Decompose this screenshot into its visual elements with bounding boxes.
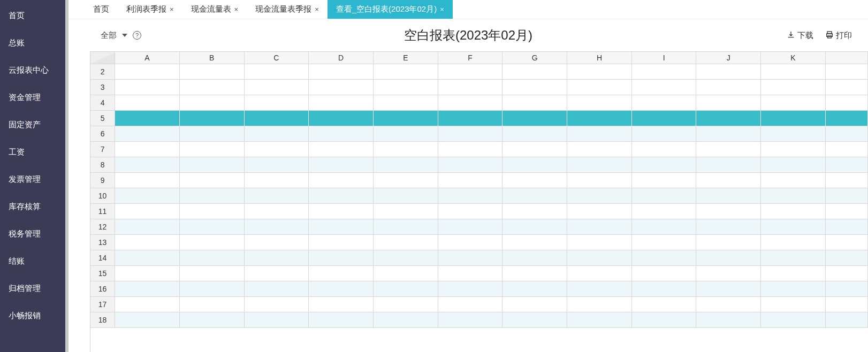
cell[interactable]	[825, 219, 867, 234]
cell[interactable]	[696, 126, 761, 141]
cell[interactable]	[761, 141, 826, 157]
cell[interactable]	[567, 296, 632, 312]
row-header-6[interactable]: 6	[90, 126, 115, 141]
cell[interactable]	[631, 79, 696, 95]
cell[interactable]	[761, 312, 826, 327]
sidebar-item-0[interactable]: 首页	[0, 2, 68, 29]
cell[interactable]	[373, 250, 438, 265]
row-header-10[interactable]: 10	[90, 188, 115, 203]
cell[interactable]	[244, 79, 309, 95]
cell[interactable]	[631, 64, 696, 79]
cell[interactable]	[438, 281, 502, 296]
cell[interactable]	[179, 265, 244, 281]
cell[interactable]	[825, 110, 867, 126]
cell[interactable]	[373, 110, 438, 126]
column-header-D[interactable]: D	[309, 52, 374, 64]
cell[interactable]	[761, 64, 826, 79]
cell[interactable]	[244, 95, 309, 110]
cell[interactable]	[179, 110, 244, 126]
cell[interactable]	[373, 64, 438, 79]
sidebar-item-9[interactable]: 结账	[0, 248, 68, 275]
cell[interactable]	[825, 79, 867, 95]
row-header-7[interactable]: 7	[90, 141, 115, 157]
tab-0[interactable]: 首页	[85, 0, 118, 19]
filter-label[interactable]: 全部	[101, 30, 117, 41]
cell[interactable]	[825, 203, 867, 219]
row-header-18[interactable]: 18	[90, 312, 115, 327]
cell[interactable]	[631, 312, 696, 327]
sidebar-item-3[interactable]: 资金管理	[0, 84, 68, 111]
cell[interactable]	[244, 281, 309, 296]
cell[interactable]	[179, 157, 244, 172]
cell[interactable]	[761, 250, 826, 265]
cell[interactable]	[309, 172, 374, 188]
cell[interactable]	[502, 141, 567, 157]
row-header-13[interactable]: 13	[90, 234, 115, 250]
row-header-9[interactable]: 9	[90, 172, 115, 188]
cell[interactable]	[115, 234, 180, 250]
cell[interactable]	[696, 64, 761, 79]
cell[interactable]	[502, 203, 567, 219]
cell[interactable]	[825, 141, 867, 157]
column-header-extra[interactable]	[825, 52, 867, 64]
cell[interactable]	[696, 281, 761, 296]
cell[interactable]	[761, 126, 826, 141]
cell[interactable]	[825, 250, 867, 265]
cell[interactable]	[825, 265, 867, 281]
cell[interactable]	[825, 64, 867, 79]
cell[interactable]	[438, 79, 502, 95]
cell[interactable]	[696, 234, 761, 250]
cell[interactable]	[567, 172, 632, 188]
cell[interactable]	[567, 281, 632, 296]
cell[interactable]	[115, 188, 180, 203]
cell[interactable]	[696, 265, 761, 281]
cell[interactable]	[179, 126, 244, 141]
cell[interactable]	[115, 141, 180, 157]
cell[interactable]	[567, 234, 632, 250]
cell[interactable]	[567, 203, 632, 219]
cell[interactable]	[244, 250, 309, 265]
cell[interactable]	[179, 64, 244, 79]
sidebar-item-11[interactable]: 小畅报销	[0, 302, 68, 330]
help-icon[interactable]: ?	[133, 31, 141, 40]
column-header-I[interactable]: I	[631, 52, 696, 64]
cell[interactable]	[502, 172, 567, 188]
cell[interactable]	[309, 126, 374, 141]
cell[interactable]	[309, 281, 374, 296]
sidebar-item-4[interactable]: 固定资产	[0, 111, 68, 139]
cell[interactable]	[373, 203, 438, 219]
cell[interactable]	[502, 95, 567, 110]
cell[interactable]	[761, 95, 826, 110]
cell[interactable]	[631, 296, 696, 312]
cell[interactable]	[502, 64, 567, 79]
cell[interactable]	[825, 296, 867, 312]
row-header-2[interactable]: 2	[90, 64, 115, 79]
cell[interactable]	[115, 110, 180, 126]
tab-3[interactable]: 现金流量表季报×	[247, 0, 328, 19]
row-header-14[interactable]: 14	[90, 250, 115, 265]
cell[interactable]	[696, 296, 761, 312]
cell[interactable]	[179, 234, 244, 250]
cell[interactable]	[696, 188, 761, 203]
cell[interactable]	[696, 312, 761, 327]
cell[interactable]	[373, 265, 438, 281]
cell[interactable]	[502, 296, 567, 312]
cell[interactable]	[244, 172, 309, 188]
tab-1[interactable]: 利润表季报×	[118, 0, 182, 19]
cell[interactable]	[244, 296, 309, 312]
row-header-8[interactable]: 8	[90, 157, 115, 172]
cell[interactable]	[309, 141, 374, 157]
cell[interactable]	[761, 203, 826, 219]
cell[interactable]	[631, 141, 696, 157]
cell[interactable]	[631, 110, 696, 126]
cell[interactable]	[179, 281, 244, 296]
row-header-3[interactable]: 3	[90, 79, 115, 95]
cell[interactable]	[309, 296, 374, 312]
cell[interactable]	[825, 234, 867, 250]
cell[interactable]	[438, 188, 502, 203]
cell[interactable]	[502, 79, 567, 95]
cell[interactable]	[567, 110, 632, 126]
cell[interactable]	[179, 95, 244, 110]
cell[interactable]	[567, 157, 632, 172]
cell[interactable]	[438, 172, 502, 188]
